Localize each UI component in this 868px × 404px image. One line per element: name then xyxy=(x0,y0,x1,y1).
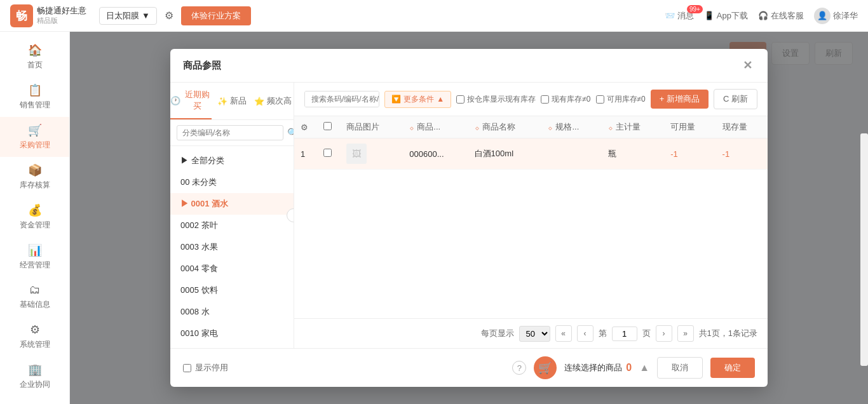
system-icon: ⚙ xyxy=(30,323,40,337)
logo-icon: 畅 xyxy=(10,4,33,27)
modal-header: 商品参照 ✕ xyxy=(170,49,768,83)
category-search-input[interactable] xyxy=(177,125,283,140)
sidebar-item-inventory[interactable]: 📦 库存核算 xyxy=(0,157,69,197)
category-item-00[interactable]: 00 未分类 xyxy=(170,172,294,193)
modal-footer: 显示停用 ? 🛒 连续选择的商品 0 ▲ 取消 确定 xyxy=(170,348,768,387)
nav-selector[interactable]: 日太阳膜 ▼ xyxy=(99,7,157,25)
table-row[interactable]: 1 🖼 xyxy=(294,138,768,170)
sales-icon: 📋 xyxy=(28,83,42,97)
finance-icon: 💰 xyxy=(28,203,42,217)
product-search-input[interactable] xyxy=(305,91,379,107)
category-item-0010[interactable]: 0010 家电 xyxy=(170,323,294,344)
tab-frequent[interactable]: ⭐ 频次高 xyxy=(252,83,294,119)
th-code[interactable]: ⬦ 商品... xyxy=(403,116,468,138)
sidebar-item-basic[interactable]: 🗂 基础信息 xyxy=(0,277,69,316)
selected-count: 0 xyxy=(626,362,632,374)
cell-checkbox[interactable] xyxy=(317,138,340,170)
gear-icon[interactable]: ⚙ xyxy=(165,10,173,22)
last-page-btn[interactable]: » xyxy=(677,325,694,342)
msg-area[interactable]: 📨 消息 99+ xyxy=(665,10,694,22)
category-search-btn[interactable]: 🔍 xyxy=(287,128,294,138)
show-disabled-label[interactable]: 显示停用 xyxy=(183,362,228,374)
refresh-btn[interactable]: C 刷新 xyxy=(714,89,757,109)
checkbox-stock-nonzero-label[interactable]: 现有库存≠0 xyxy=(541,94,590,105)
category-item-all[interactable]: ▶ 全部分类 xyxy=(170,150,294,172)
category-item-0004[interactable]: 0004 零食 xyxy=(170,258,294,279)
filter-btn[interactable]: 🔽 更多条件 ▲ xyxy=(384,91,451,108)
cell-name: 白酒100ml xyxy=(468,138,542,170)
cell-index: 1 xyxy=(294,138,317,170)
cell-img: 🖼 xyxy=(340,138,403,170)
page-size-select[interactable]: 50 xyxy=(519,326,550,342)
checkbox-warehouse-label[interactable]: 按仓库显示现有库存 xyxy=(456,94,536,105)
cell-unit: 瓶 xyxy=(602,138,664,170)
next-page-btn[interactable]: › xyxy=(656,325,672,342)
tab-recent[interactable]: 🕐 近期购买 xyxy=(170,83,212,119)
app-download[interactable]: 📱 App下载 xyxy=(704,10,748,22)
sort-icon-name: ⬦ xyxy=(475,123,480,132)
product-table: ⚙ 商品图片 xyxy=(294,116,768,170)
experience-btn[interactable]: 体验行业方案 xyxy=(181,6,251,25)
sort-icon-unit: ⬦ xyxy=(608,123,613,132)
th-current-stock: 现存量 xyxy=(716,116,768,138)
main-layout: 🏠 首页 📋 销售管理 🛒 采购管理 📦 库存核算 💰 资金管理 📊 经营管理 … xyxy=(0,32,868,404)
sidebar-item-purchase[interactable]: 🛒 采购管理 xyxy=(0,117,69,157)
select-all-checkbox[interactable] xyxy=(323,122,332,130)
sidebar-item-enterprise[interactable]: 🏢 企业协同 xyxy=(0,356,69,396)
sidebar-item-guide[interactable]: 📖 新手引导 xyxy=(0,396,69,404)
sort-icon-spec: ⬦ xyxy=(548,123,553,132)
th-unit[interactable]: ⬦ 主计量 xyxy=(602,116,664,138)
sidebar-item-operations[interactable]: 📊 经营管理 xyxy=(0,237,69,277)
th-available: 可用量 xyxy=(664,116,715,138)
continuous-select-label: 连续选择的商品 0 xyxy=(564,362,632,374)
category-item-0008[interactable]: 0008 水 xyxy=(170,301,294,323)
sidebar-item-sales[interactable]: 📋 销售管理 xyxy=(0,77,69,117)
th-checkbox xyxy=(317,116,340,138)
filter-icon: 🔽 xyxy=(391,95,401,104)
product-reference-modal: 商品参照 ✕ 🕐 近期购买 ✨ xyxy=(170,49,768,387)
confirm-btn[interactable]: 确定 xyxy=(710,358,755,378)
product-img: 🖼 xyxy=(346,144,367,164)
category-item-0001[interactable]: ▶ 0001 酒水 xyxy=(170,193,294,215)
sort-icon-code: ⬦ xyxy=(409,123,414,132)
checkbox-available-nonzero-label[interactable]: 可用库存≠0 xyxy=(596,94,646,105)
purchase-icon: 🛒 xyxy=(28,123,42,137)
help-icon[interactable]: ? xyxy=(512,361,526,375)
page-input[interactable] xyxy=(612,327,637,341)
show-disabled-checkbox[interactable] xyxy=(183,364,191,372)
footer-collapse-btn[interactable]: ▲ xyxy=(639,362,649,374)
user-area[interactable]: 👤 徐泽华 xyxy=(814,8,858,24)
prev-page-btn[interactable]: ‹ xyxy=(577,325,593,342)
page-total-info: 共1页，1条记录 xyxy=(699,328,757,339)
logo-area: 畅 畅捷通好生意 精品版 xyxy=(10,4,86,27)
modal-close-btn[interactable]: ✕ xyxy=(740,58,755,73)
add-product-btn[interactable]: + 新增商品 xyxy=(651,90,709,109)
sidebar-item-finance[interactable]: 💰 资金管理 xyxy=(0,197,69,237)
avatar: 👤 xyxy=(814,8,831,24)
category-item-0005[interactable]: 0005 饮料 xyxy=(170,279,294,301)
modal-title: 商品参照 xyxy=(183,60,221,72)
sidebar-item-home[interactable]: 🏠 首页 xyxy=(0,37,69,77)
top-nav: 畅 畅捷通好生意 精品版 日太阳膜 ▼ ⚙ 体验行业方案 📨 消息 99+ 📱 … xyxy=(0,0,868,32)
cell-available: -1 xyxy=(664,138,715,170)
first-page-btn[interactable]: « xyxy=(555,325,572,342)
th-name[interactable]: ⬦ 商品名称 xyxy=(468,116,542,138)
th-spec[interactable]: ⬦ 规格... xyxy=(541,116,602,138)
checkbox-available-nonzero[interactable] xyxy=(596,95,604,104)
cancel-btn[interactable]: 取消 xyxy=(657,357,703,379)
row-checkbox[interactable] xyxy=(323,149,332,157)
checkbox-stock-nonzero[interactable] xyxy=(541,95,549,104)
checkbox-warehouse[interactable] xyxy=(456,95,465,104)
inventory-icon: 📦 xyxy=(28,163,42,177)
logo-text: 畅捷通好生意 xyxy=(37,6,86,17)
online-service[interactable]: 🎧 在线客服 xyxy=(758,10,804,22)
product-pagination: 每页显示 50 « ‹ 第 页 xyxy=(294,318,768,348)
tab-new[interactable]: ✨ 新品 xyxy=(212,83,253,119)
category-tabs: 🕐 近期购买 ✨ 新品 ⭐ 频次高 xyxy=(170,83,294,120)
cell-spec xyxy=(541,138,602,170)
sidebar-item-system[interactable]: ⚙ 系统管理 xyxy=(0,316,69,356)
th-settings[interactable]: ⚙ xyxy=(294,116,317,138)
category-item-0002[interactable]: 0002 茶叶 xyxy=(170,215,294,236)
category-item-0003[interactable]: 0003 水果 xyxy=(170,236,294,258)
product-panel: 🔍 🔽 更多条件 ▲ 按仓库显示现有库存 xyxy=(294,83,768,348)
